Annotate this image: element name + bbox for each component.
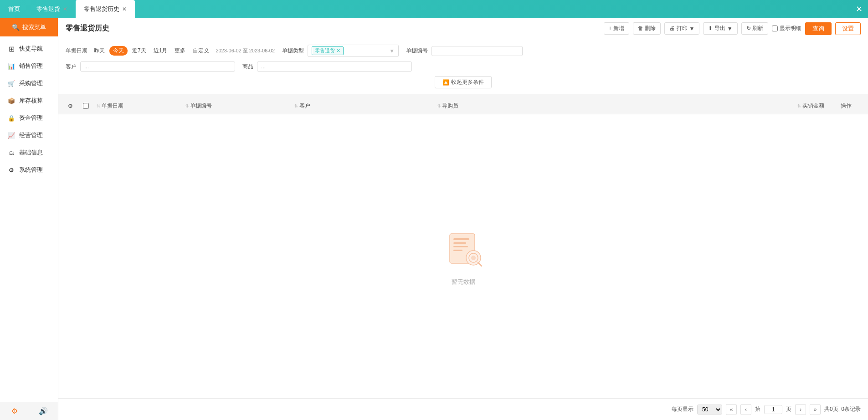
- sort-icon: ⇅: [797, 103, 801, 108]
- doc-no-filter: 单据编号: [406, 46, 523, 56]
- finance-icon: 🔒: [7, 114, 15, 122]
- table-body: 暂无数据: [58, 114, 868, 398]
- goods-filter: 商品 ...: [242, 61, 412, 72]
- collapse-button[interactable]: 🔼 收起更多条件: [435, 76, 492, 88]
- sound-footer-button[interactable]: 🔊: [36, 404, 51, 419]
- window-close-button[interactable]: ✕: [850, 0, 868, 18]
- basic-info-icon: 🗂: [7, 149, 15, 157]
- sales-icon: 📊: [7, 62, 15, 70]
- th-date[interactable]: ⇅ 单据日期: [93, 102, 181, 110]
- settings-footer-button[interactable]: ⚙: [7, 404, 22, 419]
- settings-button[interactable]: 设置: [835, 22, 861, 35]
- doc-type-dropdown-icon: ▼: [389, 48, 395, 54]
- sidebar-item-label: 销售管理: [19, 62, 43, 70]
- th-guide[interactable]: ⇅ 导购员: [433, 102, 542, 110]
- next-page-button[interactable]: ›: [795, 404, 806, 415]
- date-btn-custom[interactable]: 自定义: [190, 46, 212, 56]
- sidebar-footer: ⚙ 🔊: [0, 402, 58, 420]
- sidebar-item-inventory[interactable]: 📦 库存核算: [0, 92, 58, 109]
- inventory-icon: 📦: [7, 97, 15, 105]
- doc-type-select[interactable]: 零售退货 ✕ ▼: [308, 45, 399, 57]
- th-settings[interactable]: ⚙: [62, 103, 78, 109]
- sidebar-item-system[interactable]: ⚙ 系统管理: [0, 161, 58, 179]
- tab-retail-return-history[interactable]: 零售退货历史 ✕: [76, 0, 135, 18]
- tab-retail-return-close[interactable]: ✕: [63, 6, 67, 12]
- date-shortcuts: 昨天 今天 近7天 近1月 更多 自定义: [91, 46, 212, 56]
- tag-close-icon[interactable]: ✕: [336, 48, 340, 54]
- show-detail-checkbox-wrap[interactable]: 显示明细: [772, 25, 801, 32]
- th-customer[interactable]: ⇅ 客户: [291, 102, 433, 110]
- sidebar-item-label: 基础信息: [19, 149, 43, 157]
- th-amount[interactable]: ⇅ 实销金额: [753, 102, 828, 110]
- refresh-button[interactable]: ↻ 刷新: [741, 22, 768, 35]
- export-dropdown-icon: ▼: [727, 26, 733, 32]
- sidebar-item-label: 库存核算: [19, 97, 43, 105]
- purchase-icon: 🛒: [7, 79, 15, 87]
- svg-point-8: [471, 256, 476, 260]
- sidebar-item-label: 经营管理: [19, 131, 43, 139]
- sort-icon: ⇅: [185, 103, 189, 108]
- export-button[interactable]: ⬆ 导出 ▼: [703, 22, 737, 35]
- top-tabs: 首页 零售退货 ✕ 零售退货历史 ✕: [0, 0, 850, 18]
- show-detail-checkbox[interactable]: [772, 26, 778, 31]
- sidebar-item-label: 系统管理: [19, 166, 43, 174]
- sidebar-item-quick-nav[interactable]: ⊞ 快捷导航: [0, 40, 58, 57]
- search-menu-button[interactable]: 🔍 搜索菜单: [0, 18, 58, 36]
- table-area: ⚙ ⇅ 单据日期 ⇅ 单据编号 ⇅ 客户 ⇅ 导购员: [58, 98, 868, 398]
- empty-text: 暂无数据: [452, 278, 475, 286]
- page-input[interactable]: [764, 405, 782, 414]
- sort-icon: ⇅: [294, 103, 298, 108]
- sidebar-item-purchase[interactable]: 🛒 采购管理: [0, 75, 58, 92]
- query-button[interactable]: 查询: [805, 22, 832, 35]
- select-all-checkbox[interactable]: [83, 103, 89, 109]
- tab-home[interactable]: 首页: [0, 0, 28, 18]
- date-btn-more[interactable]: 更多: [172, 46, 188, 56]
- tab-retail-return-history-close[interactable]: ✕: [122, 6, 127, 12]
- top-bar: 首页 零售退货 ✕ 零售退货历史 ✕ ✕: [0, 0, 868, 18]
- date-filter: 单据日期 昨天 今天 近7天 近1月 更多 自定义 2023-06-02 至 2…: [66, 46, 275, 56]
- customer-select[interactable]: ...: [80, 61, 235, 72]
- date-btn-today[interactable]: 今天: [109, 46, 128, 56]
- date-btn-yesterday[interactable]: 昨天: [91, 46, 108, 56]
- doc-no-label: 单据编号: [406, 47, 428, 55]
- sidebar-item-basic-info[interactable]: 🗂 基础信息: [0, 144, 58, 161]
- sidebar-item-label: 采购管理: [19, 79, 43, 87]
- filter-area: 单据日期 昨天 今天 近7天 近1月 更多 自定义 2023-06-02 至 2…: [58, 39, 868, 94]
- svg-rect-2: [453, 242, 466, 244]
- date-btn-1month[interactable]: 近1月: [151, 46, 170, 56]
- th-docno[interactable]: ⇅ 单据编号: [181, 102, 290, 110]
- svg-rect-1: [453, 238, 469, 240]
- system-icon: ⚙: [7, 166, 15, 174]
- last-page-button[interactable]: »: [810, 404, 821, 415]
- sidebar-item-sales[interactable]: 📊 销售管理: [0, 57, 58, 75]
- sidebar-item-finance[interactable]: 🔒 资金管理: [0, 109, 58, 127]
- customer-filter: 客户 ...: [66, 61, 235, 72]
- content-area: 零售退货历史 + 新增 🗑 删除 🖨 打印 ▼ ⬆ 导出 ▼ ↻ 刷新 显示明细…: [58, 18, 868, 420]
- per-page-select[interactable]: 10 20 50 100: [697, 405, 722, 415]
- goods-label: 商品: [242, 63, 253, 71]
- customer-label: 客户: [66, 63, 77, 71]
- first-page-button[interactable]: «: [726, 404, 737, 415]
- new-button[interactable]: + 新增: [604, 22, 629, 35]
- pagination: 每页显示 10 20 50 100 « ‹ 第 页 › » 共0页, 0条记录: [58, 398, 868, 420]
- search-menu-label: 搜索菜单: [22, 23, 46, 31]
- sort-icon: ⇅: [97, 103, 100, 108]
- sort-icon: ⇅: [437, 103, 441, 108]
- tab-retail-return[interactable]: 零售退货 ✕: [28, 0, 76, 18]
- print-button[interactable]: 🖨 打印 ▼: [664, 22, 699, 35]
- prev-page-button[interactable]: ‹: [740, 404, 751, 415]
- print-dropdown-icon: ▼: [689, 26, 695, 32]
- th-checkbox[interactable]: [78, 103, 93, 109]
- goods-select[interactable]: ...: [257, 61, 412, 72]
- sidebar-item-operations[interactable]: 📈 经营管理: [0, 127, 58, 144]
- page-title: 零售退货历史: [66, 24, 109, 33]
- collapse-up-icon: 🔼: [442, 79, 449, 86]
- goods-placeholder: ...: [261, 63, 266, 70]
- doc-no-input[interactable]: [431, 46, 523, 56]
- doc-type-tag: 零售退货 ✕: [312, 46, 344, 55]
- delete-button[interactable]: 🗑 删除: [633, 22, 661, 35]
- sidebar-item-label: 资金管理: [19, 114, 43, 122]
- sidebar-item-label: 快捷导航: [19, 45, 43, 53]
- date-btn-7days[interactable]: 近7天: [129, 46, 149, 56]
- page-label-before: 第: [755, 405, 760, 413]
